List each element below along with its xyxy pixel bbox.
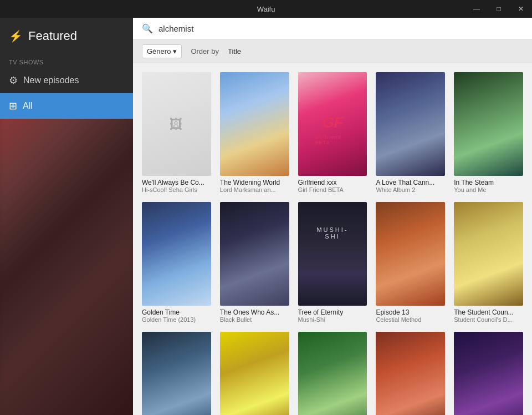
sidebar-item-new-episodes[interactable]: ⚙ New episodes [0, 68, 133, 93]
grid-item-subtitle: You and Me [454, 186, 523, 193]
grid-item-subtitle: Girl Friend BETA [298, 186, 367, 193]
grid-item-subtitle: Black Bullet [220, 316, 289, 323]
grid-thumb [454, 72, 523, 176]
sidebar-item-all[interactable]: ⊞ All [0, 93, 133, 119]
grid-item[interactable] [142, 332, 211, 415]
order-value: Title [228, 47, 241, 55]
grid-thumb: MUSHI-SHI [298, 202, 367, 306]
grid-item-subtitle: Student Council's D... [454, 316, 523, 323]
grid-thumb [142, 332, 211, 415]
grid-item-title: The Ones Who As... [220, 308, 289, 316]
grid-item-title: A Love That Cann... [376, 179, 445, 186]
grid-thumb [376, 72, 445, 176]
grid-item-title: The Widening World [220, 179, 289, 186]
grid-item[interactable]: The Ones Who As...Black Bullet [220, 202, 289, 323]
gear-icon: ⚙ [9, 74, 18, 87]
genre-dropdown[interactable]: Género ▾ [142, 44, 182, 58]
sidebar: ⚡ Featured TV SHOWS ⚙ New episodes ⊞ All [0, 18, 133, 415]
grid-item-title: The Student Coun... [454, 308, 523, 316]
mushi-text: MUSHI-SHI [315, 226, 350, 240]
gf-subtext: Girlfriend BETA [315, 134, 350, 145]
minimize-button[interactable]: — [466, 0, 488, 18]
grid-item[interactable]: A Love That Cann...White Album 2 [376, 72, 445, 193]
filter-bar: Género ▾ Order by Title [133, 40, 532, 63]
grid-thumb [298, 332, 367, 415]
grid-item[interactable]: Episode 13Celestial Method [376, 202, 445, 323]
grid-item[interactable]: 🖼We'll Always Be Co...Hi-sCool! Seha Gir… [142, 72, 211, 193]
grid-item[interactable]: MUSHI-SHITree of EternityMushi-Shi [298, 202, 367, 323]
grid-item-subtitle: Celestial Method [376, 316, 445, 323]
title-bar: Waifu — □ ✕ [0, 0, 532, 18]
grid-item-subtitle: Hi-sCool! Seha Girls [142, 186, 211, 193]
grid-container: 🖼We'll Always Be Co...Hi-sCool! Seha Gir… [133, 63, 532, 415]
grid-thumb [376, 332, 445, 415]
lightning-icon: ⚡ [9, 29, 23, 43]
grid-thumb: 🖼 [142, 72, 211, 176]
order-by-label: Order by [191, 47, 219, 55]
grid-item[interactable]: The Student Coun...Student Council's D..… [454, 202, 523, 323]
grid-thumb: GFGirlfriend BETA [298, 72, 367, 176]
content-area: 🔍 Género ▾ Order by Title 🖼We'll Always … [133, 18, 532, 415]
grid-item[interactable] [454, 332, 523, 415]
grid-item-subtitle: Lord Marksman an... [220, 186, 289, 193]
grid-item-title: Tree of Eternity [298, 308, 367, 316]
grid-item-subtitle: Golden Time (2013) [142, 316, 211, 323]
search-icon: 🔍 [142, 23, 153, 34]
genre-label: Género [147, 47, 171, 55]
sidebar-preview [0, 119, 133, 415]
new-episodes-label: New episodes [23, 75, 79, 85]
gf-text: GF [323, 113, 343, 131]
search-bar: 🔍 [133, 18, 532, 40]
grid-item-title: In The Steam [454, 179, 523, 186]
maximize-button[interactable]: □ [488, 0, 510, 18]
grid-item-title: Episode 13 [376, 308, 445, 316]
grid-item-title: Golden Time [142, 308, 211, 316]
grid-item-subtitle: Mushi-Shi [298, 316, 367, 323]
grid-item[interactable]: Golden TimeGolden Time (2013) [142, 202, 211, 323]
window-controls: — □ ✕ [466, 0, 532, 18]
search-input[interactable] [158, 24, 523, 33]
grid-item[interactable]: The Widening WorldLord Marksman an... [220, 72, 289, 193]
grid-thumb [220, 202, 289, 306]
grid-thumb [220, 332, 289, 415]
grid-thumb [142, 202, 211, 306]
all-label: All [23, 101, 33, 111]
grid-item-title: Girlfriend xxx [298, 179, 367, 186]
grid-item-title: We'll Always Be Co... [142, 179, 211, 186]
placeholder-icon: 🖼 [170, 117, 183, 132]
sidebar-section-tv: TV SHOWS [0, 54, 133, 68]
main-layout: ⚡ Featured TV SHOWS ⚙ New episodes ⊞ All… [0, 18, 532, 415]
grid-icon: ⊞ [9, 100, 17, 112]
grid-item[interactable] [376, 332, 445, 415]
grid-thumb [454, 202, 523, 306]
featured-label: Featured [28, 29, 77, 43]
grid-item[interactable] [220, 332, 289, 415]
chevron-down-icon: ▾ [173, 47, 177, 55]
grid-thumb [454, 332, 523, 415]
sidebar-item-featured[interactable]: ⚡ Featured [0, 18, 133, 54]
grid-item-subtitle: White Album 2 [376, 186, 445, 193]
grid-thumb [220, 72, 289, 176]
sidebar-preview-blur [0, 119, 133, 415]
window-title: Waifu [257, 5, 275, 13]
grid-item[interactable] [298, 332, 367, 415]
grid-thumb [376, 202, 445, 306]
close-button[interactable]: ✕ [510, 0, 532, 18]
grid-item[interactable]: In The SteamYou and Me [454, 72, 523, 193]
grid-item[interactable]: GFGirlfriend BETAGirlfriend xxxGirl Frie… [298, 72, 367, 193]
